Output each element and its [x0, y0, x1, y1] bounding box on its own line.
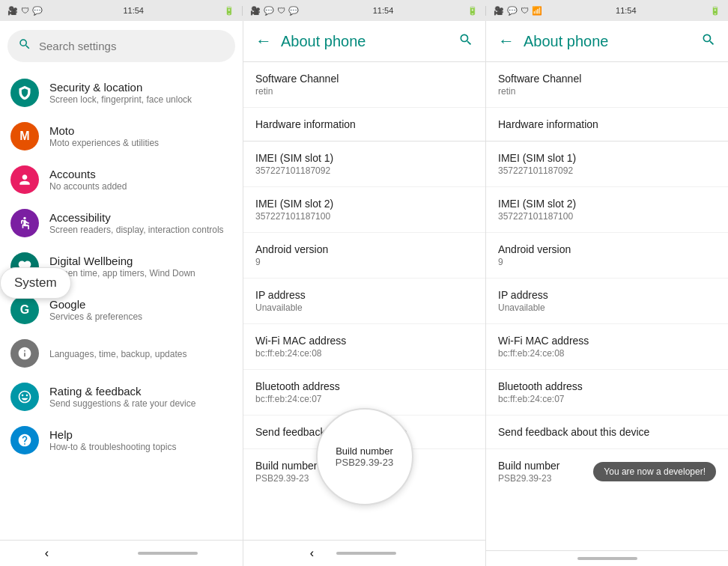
rating-title: Rating & feedback: [49, 385, 232, 398]
security-subtitle: Screen lock, fingerprint, face unlock: [49, 94, 232, 105]
settings-item-system[interactable]: SystemLanguages, time, backup, updates: [0, 332, 243, 375]
search-input[interactable]: [39, 40, 225, 52]
info-item-imei-(sim-slot-1)[interactable]: IMEI (SIM slot 1)357227101187092: [486, 142, 728, 187]
search-button-2[interactable]: [701, 32, 716, 51]
status-icon-cam3: 🎥: [494, 6, 504, 16]
battery-icon-right: 🔋: [710, 6, 721, 16]
accessibility-title: Accessibility: [49, 211, 232, 224]
hardware-info-header: Hardware information: [486, 108, 728, 142]
value-ip-address: Unavailable: [498, 302, 716, 313]
rating-subtitle: Send suggestions & rate your device: [49, 398, 232, 409]
label-ip-address: IP address: [498, 289, 716, 301]
info-item-imei-(sim-slot-2)[interactable]: IMEI (SIM slot 2)357227101187100: [486, 187, 728, 233]
search-button-1[interactable]: [458, 32, 473, 51]
settings-item-security[interactable]: Security & locationScreen lock, fingerpr…: [0, 71, 243, 115]
moto-icon: M: [10, 122, 39, 150]
back-button-2[interactable]: ←: [498, 31, 515, 51]
nav-indicator-3: [577, 557, 637, 560]
google-subtitle: Services & preferences: [49, 311, 232, 322]
system-tooltip: System: [0, 267, 71, 299]
circle-label: Build number: [336, 445, 393, 457]
build-label-r: Build number: [498, 460, 587, 472]
info-item-ip-address[interactable]: IP addressUnavailable: [243, 279, 485, 324]
label-imei-(sim-slot-1): IMEI (SIM slot 1): [255, 152, 473, 164]
settings-panel: Security & locationScreen lock, fingerpr…: [0, 21, 243, 566]
value-imei-(sim-slot-2): 357227101187100: [498, 211, 716, 222]
security-icon: [10, 79, 39, 107]
status-icon-shield: 🛡: [21, 6, 29, 15]
status-section-right: 🎥 💬 🛡 📶 11:54 🔋: [486, 6, 728, 16]
settings-item-accounts[interactable]: AccountsNo accounts added: [0, 158, 243, 201]
info-item-wi-fi-mac-address[interactable]: Wi-Fi MAC addressbc:ff:eb:24:ce:08: [243, 324, 485, 370]
status-section-mid: 🎥 💬 🛡 💬 11:54 🔋: [243, 6, 485, 16]
info-item-software-channel[interactable]: Software Channelretin: [243, 62, 485, 108]
settings-item-rating[interactable]: Rating & feedbackSend suggestions & rate…: [0, 375, 243, 419]
settings-item-moto[interactable]: MMotoMoto experiences & utilities: [0, 115, 243, 158]
settings-text-rating: Rating & feedbackSend suggestions & rate…: [49, 385, 232, 409]
value-wi-fi-mac-address: bc:ff:eb:24:ce:08: [255, 348, 473, 359]
info-item-android-version[interactable]: Android version9: [486, 233, 728, 279]
system-subtitle: Languages, time, backup, updates: [49, 349, 232, 359]
status-icon-camera: 🎥: [7, 6, 18, 16]
settings-text-security: Security & locationScreen lock, fingerpr…: [49, 81, 232, 105]
info-item-ip-address[interactable]: IP addressUnavailable: [486, 279, 728, 324]
security-title: Security & location: [49, 81, 232, 94]
value-imei-(sim-slot-1): 357227101187092: [498, 165, 716, 176]
battery-icon-left: 🔋: [224, 6, 234, 16]
info-item-imei-(sim-slot-1)[interactable]: IMEI (SIM slot 1)357227101187092: [243, 142, 485, 187]
system-icon: [10, 339, 39, 368]
settings-item-help[interactable]: HelpHow-to & troubleshooting topics: [0, 419, 243, 462]
info-item-software-channel[interactable]: Software Channelretin: [486, 62, 728, 108]
settings-list: Security & locationScreen lock, fingerpr…: [0, 71, 243, 462]
status-icon-shield3: 🛡: [521, 6, 529, 15]
label-software-channel: Software Channel: [255, 73, 473, 85]
build-number-circle[interactable]: Build number PSB29.39-23: [316, 408, 413, 505]
status-icon-msg2: 💬: [264, 6, 274, 16]
settings-item-accessibility[interactable]: AccessibilityScreen readers, display, in…: [0, 201, 243, 245]
settings-text-accessibility: AccessibilityScreen readers, display, in…: [49, 211, 232, 235]
info-item-send-feedback-about-this-device[interactable]: Send feedback about this device: [486, 416, 728, 449]
label-ip-address: IP address: [255, 289, 473, 301]
settings-text-help: HelpHow-to & troubleshooting topics: [49, 428, 232, 452]
info-item-bluetooth-address[interactable]: Bluetooth addressbc:ff:eb:24:ce:07: [486, 370, 728, 416]
label-software-channel: Software Channel: [498, 73, 716, 85]
info-item-imei-(sim-slot-2)[interactable]: IMEI (SIM slot 2)357227101187100: [243, 187, 485, 233]
value-software-channel: retin: [498, 86, 716, 97]
value-ip-address: Unavailable: [255, 302, 473, 313]
rating-icon: [10, 383, 39, 411]
nav-indicator-2: [336, 552, 396, 555]
settings-text-accounts: AccountsNo accounts added: [49, 168, 232, 192]
label-wi-fi-mac-address: Wi-Fi MAC address: [498, 335, 716, 347]
info-item-build-number[interactable]: Build number PSB29.39-23 You are now a d…: [486, 449, 728, 484]
settings-text-moto: MotoMoto experiences & utilities: [49, 124, 232, 148]
build-value-r: PSB29.39-23: [498, 473, 587, 484]
build-dev-item[interactable]: Build number PSB29.39-23 You are now a d…: [486, 449, 728, 484]
info-item-android-version[interactable]: Android version9: [243, 233, 485, 279]
value-bluetooth-address: bc:ff:eb:24:ce:07: [498, 394, 716, 404]
value-android-version: 9: [498, 257, 716, 267]
back-button-1[interactable]: ←: [255, 31, 272, 51]
status-icon-msg4: 💬: [507, 6, 518, 16]
status-time-right: 11:54: [616, 6, 637, 15]
label-bluetooth-address: Bluetooth address: [255, 380, 473, 392]
help-subtitle: How-to & troubleshooting topics: [49, 442, 232, 452]
value-imei-(sim-slot-2): 357227101187100: [255, 211, 473, 222]
search-bar[interactable]: [7, 30, 235, 62]
accessibility-icon: [10, 209, 39, 237]
main-layout: Security & locationScreen lock, fingerpr…: [0, 21, 728, 566]
help-icon: [10, 426, 39, 454]
nav-back-icon[interactable]: ‹: [45, 547, 49, 560]
panel-title-1: About phone: [281, 33, 449, 50]
nav-back-2[interactable]: ‹: [310, 547, 314, 560]
help-title: Help: [49, 428, 232, 441]
developer-toast: You are now a developer!: [593, 462, 716, 481]
info-item-wi-fi-mac-address[interactable]: Wi-Fi MAC addressbc:ff:eb:24:ce:08: [486, 324, 728, 370]
about-panel-2: ← About phone Software ChannelretinHardw…: [486, 21, 728, 566]
value-software-channel: retin: [255, 86, 473, 97]
label-imei-(sim-slot-2): IMEI (SIM slot 2): [498, 198, 716, 210]
bottom-nav-panel1: ‹: [243, 540, 485, 566]
moto-title: Moto: [49, 124, 232, 137]
info-item-build-number[interactable]: Build number PSB29.39-23 Build number PS…: [243, 449, 485, 540]
panel-title-2: About phone: [524, 33, 692, 50]
status-icon-shield2: 🛡: [277, 6, 285, 15]
